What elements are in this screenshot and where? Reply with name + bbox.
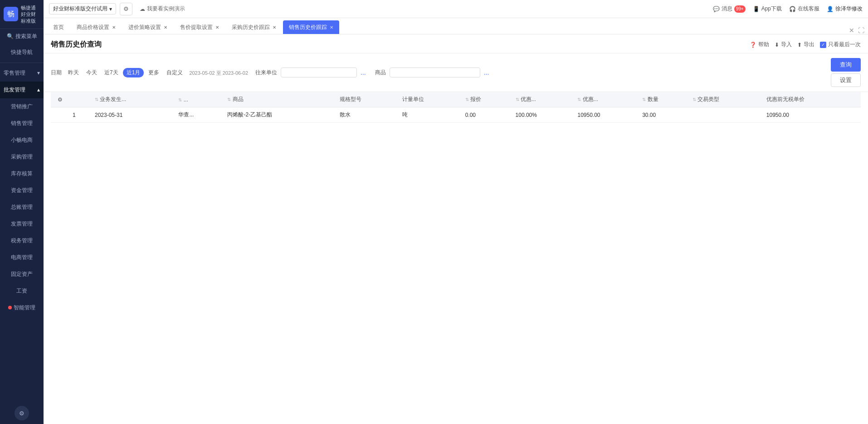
query-button[interactable]: 查询 — [831, 58, 861, 72]
tab-sale-price-close[interactable]: ✕ — [215, 25, 219, 30]
tab-purchase-history[interactable]: 采购历史价跟踪 ✕ — [226, 20, 282, 34]
sidebar: 畅 畅捷通好业财 标准版 🔍 搜索菜单 快捷导航 零售管理 ▾ 批发管理 ▴ 营… — [0, 0, 44, 424]
headset-icon: 🎧 — [789, 6, 796, 12]
sidebar-item-assets[interactable]: 固定资产 — [0, 266, 44, 283]
col-date[interactable]: ⇅ 业务发生... — [91, 92, 175, 107]
close-window-icon[interactable]: ✕ — [849, 27, 854, 34]
data-table: ⚙ ⇅ 业务发生... ⇅ ... ⇅ 商品 — [51, 92, 861, 123]
demo-link[interactable]: ☁ 我要看实例演示 — [140, 5, 185, 13]
version-label: 好业财标准版交付试用 — [53, 5, 107, 13]
sidebar-item-ecommerce-small[interactable]: 小畅电商 — [0, 132, 44, 149]
cell-date: 2023-05-31 — [91, 107, 175, 123]
page-content: 销售历史价查询 ❓ 帮助 ⬇ 导入 ⬆ 导出 ✓ 只看最后一次 — [44, 34, 868, 424]
sort-product-icon: ⇅ — [227, 97, 231, 102]
import-button[interactable]: ⬇ 导入 — [775, 41, 792, 48]
last-only-checkbox[interactable]: ✓ 只看最后一次 — [820, 41, 861, 48]
tab-sales-history-close[interactable]: ✕ — [330, 25, 333, 30]
sidebar-item-wholesale[interactable]: 批发管理 ▴ — [0, 82, 44, 98]
tab-sale-price-label: 售价提取设置 — [180, 24, 213, 31]
checkbox-checked-icon: ✓ — [820, 42, 826, 48]
sidebar-item-retail[interactable]: 零售管理 ▾ — [0, 65, 44, 82]
date-filter-row: 日期 昨天 今天 近7天 近1月 更多 自定义 2023-05-02 至 202… — [51, 68, 248, 77]
sort-trade-icon: ⇅ — [692, 97, 696, 102]
date-options: 昨天 今天 近7天 近1月 更多 自定义 — [65, 68, 185, 77]
sidebar-item-quicknav[interactable]: 快捷导航 — [0, 44, 44, 61]
filter-setting-button[interactable]: 设置 — [831, 73, 861, 87]
sidebar-item-invoice[interactable]: 发票管理 — [0, 216, 44, 232]
version-select[interactable]: 好业财标准版交付试用 ▾ — [49, 3, 116, 14]
col-quantity[interactable]: ⇅ 数量 — [639, 92, 689, 107]
sidebar-item-ecommerce[interactable]: 电商管理 — [0, 249, 44, 266]
product-label: 商品 — [375, 69, 386, 77]
sort-date-icon: ⇅ — [95, 97, 98, 102]
table-row[interactable]: 1 2023-05-31 华查... 丙烯酸-2-乙基己酯 散水 吨 0.00 … — [51, 107, 861, 123]
date-option-custom[interactable]: 自定义 — [164, 68, 185, 77]
message-button[interactable]: 💬 消息 99+ — [713, 5, 746, 13]
tabbar: 首页 商品价格设置 ✕ 进价策略设置 ✕ 售价提取设置 ✕ 采购历史价跟踪 ✕ … — [44, 18, 868, 34]
date-option-today[interactable]: 今天 — [83, 68, 100, 77]
sidebar-item-ai[interactable]: 智能管理 — [0, 299, 44, 316]
topbar-settings-button[interactable]: ⚙ — [120, 3, 132, 15]
user-menu[interactable]: 👤 徐泽华修改 — [827, 5, 863, 13]
date-option-more[interactable]: 更多 — [146, 68, 162, 77]
cell-company: 华查... — [175, 107, 224, 123]
cell-index: 1 — [69, 107, 91, 123]
sidebar-item-marketing[interactable]: 营销推广 — [0, 98, 44, 115]
tab-sales-history-label: 销售历史价跟踪 — [289, 24, 327, 31]
col-discount1[interactable]: ⇅ 优惠... — [512, 92, 574, 107]
sidebar-item-inventory[interactable]: 库存核算 — [0, 165, 44, 182]
sidebar-item-finance[interactable]: 资金管理 — [0, 182, 44, 199]
sidebar-item-purchase[interactable]: 采购管理 — [0, 149, 44, 165]
sidebar-item-ledger[interactable]: 总账管理 — [0, 199, 44, 216]
col-product[interactable]: ⇅ 商品 — [224, 92, 336, 107]
supplier-more-button[interactable]: ... — [359, 69, 368, 76]
col-discount2[interactable]: ⇅ 优惠... — [574, 92, 639, 107]
tab-purchase-price[interactable]: 进价策略设置 ✕ — [122, 20, 173, 34]
sidebar-item-payroll[interactable]: 工资 — [0, 283, 44, 299]
cell-price: 0.00 — [462, 107, 512, 123]
cell-spec: 散水 — [336, 107, 399, 123]
tab-purchase-history-close[interactable]: ✕ — [273, 25, 276, 30]
col-company[interactable]: ⇅ ... — [175, 92, 224, 107]
date-option-yesterday[interactable]: 昨天 — [65, 68, 82, 77]
tab-purchase-price-close[interactable]: ✕ — [164, 25, 167, 30]
ai-dot — [8, 306, 12, 309]
col-no-tax-price: 优惠前无税单价 — [763, 92, 861, 107]
online-service-button[interactable]: 🎧 在线客服 — [789, 5, 819, 13]
tab-sale-price[interactable]: 售价提取设置 ✕ — [174, 20, 225, 34]
tab-home-label: 首页 — [53, 24, 64, 31]
app-download-button[interactable]: 📱 App下载 — [753, 5, 782, 13]
retail-arrow: ▾ — [37, 70, 40, 76]
sidebar-search[interactable]: 🔍 搜索菜单 — [0, 29, 44, 44]
tab-home[interactable]: 首页 — [47, 20, 70, 34]
supplier-input[interactable] — [281, 67, 357, 77]
tab-purchase-price-label: 进价策略设置 — [128, 24, 161, 31]
wholesale-label: 批发管理 — [4, 86, 25, 94]
date-option-7days[interactable]: 近7天 — [102, 68, 121, 77]
settings-gear-button[interactable]: ⚙ — [15, 406, 29, 420]
date-option-1month[interactable]: 近1月 — [123, 68, 144, 77]
col-trade-type[interactable]: ⇅ 交易类型 — [689, 92, 763, 107]
filter-area: 日期 昨天 今天 近7天 近1月 更多 自定义 2023-05-02 至 202… — [44, 53, 868, 92]
sidebar-item-sales[interactable]: 销售管理 — [0, 115, 44, 132]
column-settings-icon[interactable]: ⚙ — [58, 96, 63, 103]
message-icon: 💬 — [713, 6, 720, 12]
help-icon: ❓ — [750, 42, 756, 48]
col-price[interactable]: ⇅ 报价 — [462, 92, 512, 107]
help-button[interactable]: ❓ 帮助 — [750, 41, 769, 48]
tab-price-close[interactable]: ✕ — [112, 25, 116, 30]
tab-sales-history[interactable]: 销售历史价跟踪 ✕ — [283, 20, 339, 34]
tab-price[interactable]: 商品价格设置 ✕ — [71, 20, 122, 34]
export-icon: ⬆ — [797, 42, 802, 48]
export-button[interactable]: ⬆ 导出 — [797, 41, 814, 48]
sidebar-item-tax[interactable]: 税务管理 — [0, 232, 44, 249]
message-badge: 99+ — [734, 5, 746, 13]
app-icon: 📱 — [753, 6, 760, 12]
maximize-window-icon[interactable]: ⛶ — [858, 27, 864, 34]
product-more-button[interactable]: ... — [482, 69, 491, 76]
retail-label: 零售管理 — [4, 69, 25, 77]
sidebar-bottom: ⚙ — [0, 402, 44, 424]
cell-unit: 吨 — [399, 107, 461, 123]
product-input[interactable] — [390, 67, 480, 77]
col-gear[interactable]: ⚙ — [51, 92, 69, 107]
